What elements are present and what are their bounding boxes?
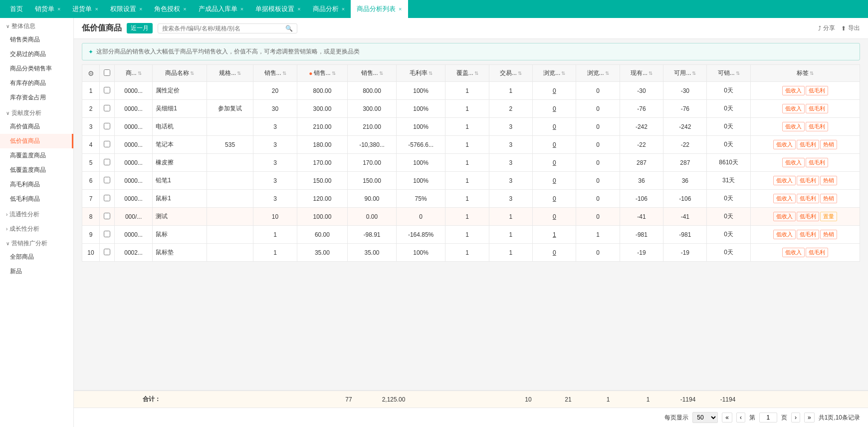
row-checkbox-cell[interactable] (100, 82, 115, 100)
sidebar-item-high-value[interactable]: 高价值商品 (0, 119, 73, 134)
col-trade[interactable]: 交易...⇅ (489, 65, 532, 82)
close-icon[interactable]: × (240, 6, 243, 12)
sidebar-group-contribution[interactable]: ∨ 贡献度分析 (0, 105, 73, 119)
row-checkbox-cell[interactable] (100, 172, 115, 190)
browse-link[interactable]: 0 (553, 141, 556, 148)
sidebar-item-traded-products[interactable]: 交易过的商品 (0, 47, 73, 61)
close-icon[interactable]: × (95, 6, 98, 12)
close-icon[interactable]: × (399, 6, 402, 12)
row-checkbox-cell[interactable] (100, 244, 115, 262)
nav-permissions[interactable]: 权限设置 × (104, 0, 148, 18)
browse-link[interactable]: 1 (553, 231, 556, 238)
browse-count1[interactable]: 1 (533, 226, 576, 244)
col-spec[interactable]: 规格...⇅ (207, 65, 253, 82)
product-name[interactable]: 属性定价 (153, 82, 207, 100)
table-wrapper[interactable]: ⚙ 商...⇅ 商品名称⇅ 规格...⇅ 销售...⇅ ●销售...⇅ 销售..… (74, 64, 868, 390)
col-gross[interactable]: 毛利率⇅ (396, 65, 445, 82)
col-browse2[interactable]: 浏览...⇅ (576, 65, 620, 82)
product-name[interactable]: 测试 (153, 208, 207, 226)
row-checkbox-cell[interactable] (100, 118, 115, 136)
product-name[interactable]: 鼠标 (153, 226, 207, 244)
col-coverage[interactable]: 覆盖...⇅ (445, 65, 489, 82)
sidebar-item-high-margin[interactable]: 高毛利商品 (0, 177, 73, 192)
close-icon[interactable]: × (342, 6, 345, 12)
sort-icon[interactable]: ⇅ (474, 70, 478, 76)
sort-icon[interactable]: ⇅ (605, 70, 609, 76)
product-name[interactable]: 吴细细1 (153, 100, 207, 118)
browse-link[interactable]: 0 (553, 105, 556, 112)
sidebar-group-overall[interactable]: ∨ 整体信息 (0, 18, 73, 32)
row-checkbox[interactable] (104, 159, 110, 165)
sort-icon[interactable]: ⇅ (379, 70, 383, 76)
product-name[interactable]: 鼠标1 (153, 190, 207, 208)
col-code[interactable]: 商...⇅ (115, 65, 153, 82)
row-checkbox-cell[interactable] (100, 154, 115, 172)
browse-count1[interactable]: 0 (533, 244, 576, 262)
row-checkbox[interactable] (104, 231, 110, 237)
search-input[interactable] (162, 25, 285, 32)
col-browse1[interactable]: 浏览...⇅ (533, 65, 576, 82)
sort-icon[interactable]: ⇅ (237, 70, 241, 76)
search-icon[interactable]: 🔍 (285, 25, 293, 32)
browse-count1[interactable]: 0 (533, 118, 576, 136)
product-name[interactable]: 鼠标垫 (153, 244, 207, 262)
col-settings[interactable]: ⚙ (82, 65, 100, 82)
nav-sales-order[interactable]: 销货单 × (29, 0, 66, 18)
row-checkbox[interactable] (104, 123, 110, 129)
row-checkbox-cell[interactable] (100, 100, 115, 118)
share-btn[interactable]: ⤴ 分享 (818, 24, 835, 32)
select-all-checkbox[interactable] (104, 69, 110, 76)
sidebar-group-growth[interactable]: › 成长性分析 (0, 221, 73, 235)
close-icon[interactable]: × (297, 6, 300, 12)
product-name[interactable]: 电话机 (153, 118, 207, 136)
nav-role-auth[interactable]: 角色授权 × (148, 0, 192, 18)
sort-icon[interactable]: ⇅ (692, 70, 696, 76)
browse-link[interactable]: 0 (553, 123, 556, 130)
page-size-select[interactable]: 50 100 200 (692, 412, 718, 423)
sidebar-item-stocked-products[interactable]: 有库存的商品 (0, 76, 73, 90)
sort-icon[interactable]: ⇅ (332, 70, 336, 76)
browse-link[interactable]: 0 (553, 87, 556, 94)
browse-count1[interactable]: 0 (533, 154, 576, 172)
product-name[interactable]: 笔记本 (153, 136, 207, 154)
col-stock1[interactable]: 现有...⇅ (620, 65, 663, 82)
row-checkbox[interactable] (104, 195, 110, 201)
nav-product-warehouse[interactable]: 产成品入库单 × (193, 0, 249, 18)
browse-link[interactable]: 0 (553, 249, 556, 256)
row-checkbox[interactable] (104, 141, 110, 147)
row-checkbox-cell[interactable] (100, 190, 115, 208)
nav-home[interactable]: 首页 (4, 0, 29, 18)
browse-count1[interactable]: 0 (533, 136, 576, 154)
sort-icon[interactable]: ⇅ (736, 70, 740, 76)
sidebar-item-high-coverage[interactable]: 高覆盖度商品 (0, 148, 73, 163)
time-filter-btn[interactable]: 近一月 (127, 23, 153, 33)
nav-purchase-order[interactable]: 进货单 × (66, 0, 104, 18)
product-name[interactable]: 橡皮擦 (153, 154, 207, 172)
browse-link[interactable]: 0 (553, 213, 556, 220)
browse-count1[interactable]: 0 (533, 172, 576, 190)
col-tags[interactable]: 标签⇅ (750, 65, 860, 82)
sidebar-item-low-coverage[interactable]: 低覆盖度商品 (0, 163, 73, 177)
row-checkbox[interactable] (104, 105, 110, 111)
col-sales3[interactable]: 销售...⇅ (348, 65, 397, 82)
col-saleable[interactable]: 可销...⇅ (707, 65, 750, 82)
col-sales2[interactable]: ●销售...⇅ (297, 65, 348, 82)
prev-page-btn[interactable]: ‹ (736, 413, 745, 423)
nav-product-analysis[interactable]: 商品分析 × (307, 0, 351, 18)
browse-link[interactable]: 0 (553, 195, 556, 202)
row-checkbox[interactable] (104, 249, 110, 255)
settings-icon[interactable]: ⚙ (88, 69, 94, 77)
sidebar-item-sales-products[interactable]: 销售类商品 (0, 32, 73, 47)
sidebar-item-category-sales-rate[interactable]: 商品分类销售率 (0, 61, 73, 76)
product-name[interactable]: 铅笔1 (153, 172, 207, 190)
sort-icon[interactable]: ⇅ (649, 70, 652, 76)
row-checkbox[interactable] (104, 177, 110, 183)
col-checkbox[interactable] (100, 65, 115, 82)
sort-icon[interactable]: ⇅ (810, 70, 814, 76)
last-page-btn[interactable]: » (804, 413, 815, 423)
col-name[interactable]: 商品名称⇅ (153, 65, 207, 82)
browse-count1[interactable]: 0 (533, 82, 576, 100)
col-sales1[interactable]: 销售...⇅ (253, 65, 297, 82)
col-stock2[interactable]: 可用...⇅ (663, 65, 707, 82)
sidebar-item-new-products[interactable]: 新品 (0, 264, 73, 279)
